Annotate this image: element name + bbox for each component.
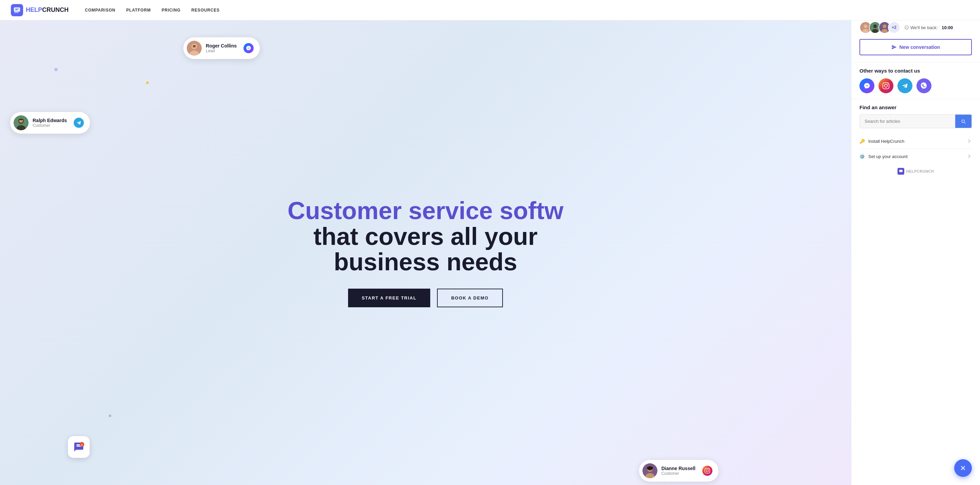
nav-links: COMPARISON PLATFORM PRICING RESOURCES (85, 8, 220, 13)
logo[interactable]: HELPCRUNCH (11, 4, 68, 16)
logo-icon (11, 4, 23, 16)
roger-role: Lead (206, 49, 237, 53)
hero-headline: Customer service softw that covers all y… (288, 198, 490, 242)
nav-resources[interactable]: RESOURCES (191, 8, 220, 13)
hero-section: Customer service softw that covers all y… (0, 0, 490, 242)
avatar-roger (187, 41, 202, 55)
dot-2 (146, 81, 149, 84)
roger-info: Roger Collins Lead (206, 43, 237, 53)
nav-comparison[interactable]: COMPARISON (85, 8, 115, 13)
svg-rect-0 (14, 7, 20, 11)
dot-1 (54, 68, 58, 71)
ralph-role: Customer (33, 123, 67, 128)
avatar-ralph (14, 115, 29, 130)
nav-pricing[interactable]: PRICING (162, 8, 181, 13)
ralph-channel-icon (74, 118, 84, 128)
nav-platform[interactable]: PLATFORM (126, 8, 151, 13)
card-ralph: Ralph Edwards Customer (10, 112, 90, 134)
navbar: HELPCRUNCH COMPARISON PLATFORM PRICING R… (0, 0, 490, 21)
logo-text: HELPCRUNCH (26, 6, 68, 14)
roger-channel-icon (243, 43, 254, 53)
svg-rect-5 (193, 46, 196, 47)
ralph-name: Ralph Edwards (33, 118, 67, 123)
card-roger: Roger Collins Lead (183, 37, 260, 59)
ralph-info: Ralph Edwards Customer (33, 118, 67, 128)
roger-name: Roger Collins (206, 43, 237, 49)
